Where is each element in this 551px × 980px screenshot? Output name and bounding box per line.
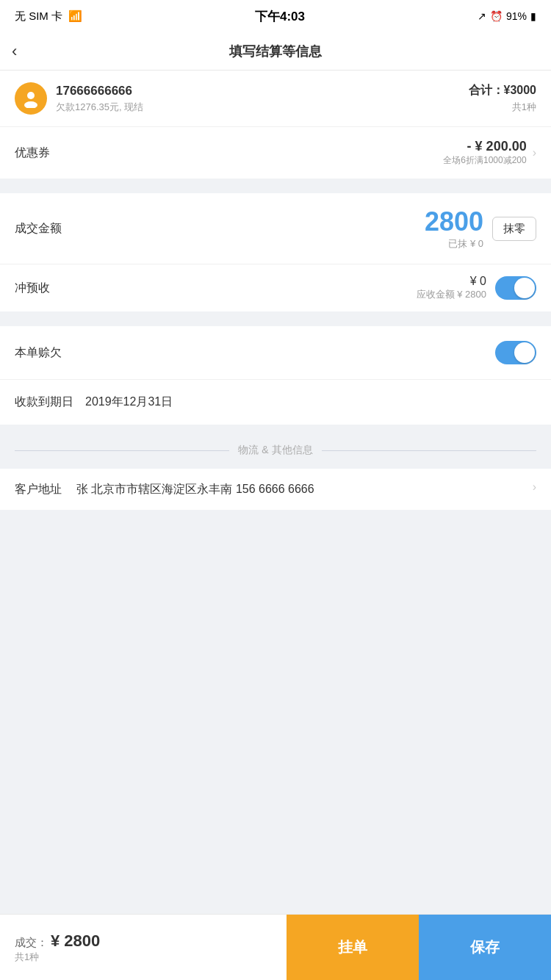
amount-right: 2800 已抹 ¥ 0 抹零 (425, 206, 536, 251)
status-right: ↗ ⏰ 91% ▮ (478, 10, 536, 22)
alarm-icon: ⏰ (490, 10, 503, 22)
wifi-icon: 📶 (68, 10, 82, 23)
toggle-knob (514, 278, 535, 298)
address-chevron-icon: › (533, 480, 536, 494)
save-button[interactable]: 保存 (419, 915, 551, 981)
prepay-label: 冲预收 (15, 281, 50, 296)
prepay-right: ¥ 0 应收金额 ¥ 2800 (417, 275, 536, 301)
address-label: 客户地址 (15, 482, 62, 497)
divider-line-left (15, 450, 229, 451)
coupon-chevron-icon: › (533, 146, 536, 159)
bottom-bar: 成交： ¥ 2800 共1种 挂单 保存 (0, 914, 551, 980)
transaction-label: 成交： (15, 936, 48, 950)
location-icon: ↗ (478, 10, 486, 22)
debt-toggle-knob (514, 342, 535, 363)
coupon-right: - ¥ 200.00 全场6折满1000减200 › (443, 139, 536, 167)
round-button[interactable]: 抹零 (492, 217, 536, 241)
customer-row: 17666666666 欠款1276.35元, 现结 合计：¥3000 共1种 (0, 71, 551, 126)
debt-toggle[interactable] (495, 341, 536, 364)
address-value: 张 北京市市辖区海淀区永丰南 156 6666 6666 (76, 480, 525, 498)
logistics-divider: 物流 & 其他信息 (0, 432, 551, 469)
svg-point-1 (24, 101, 37, 108)
due-date-row: 收款到期日 2019年12月31日 (0, 379, 551, 425)
divider-line-right (322, 450, 536, 451)
amount-label: 成交金额 (15, 221, 62, 237)
amount-value: 2800 (425, 206, 483, 237)
coupon-amount-col: - ¥ 200.00 全场6折满1000减200 (443, 139, 526, 167)
address-card: 客户地址 张 北京市市辖区海淀区永丰南 156 6666 6666 › (0, 469, 551, 510)
section-gap-1 (0, 186, 551, 193)
status-bar: 无 SIM 卡 📶 下午4:03 ↗ ⏰ 91% ▮ (0, 0, 551, 32)
avatar (15, 82, 47, 115)
amount-section: 成交金额 2800 已抹 ¥ 0 抹零 冲预收 ¥ 0 应收金额 ¥ 2800 (0, 193, 551, 311)
bottom-count: 共1种 (15, 951, 272, 964)
prepay-values: ¥ 0 应收金额 ¥ 2800 (417, 275, 486, 301)
debt-label: 本单赊欠 (15, 345, 62, 361)
amount-sub: 已抹 ¥ 0 (425, 237, 483, 251)
due-date-value: 2019年12月31日 (85, 394, 173, 410)
prepay-toggle[interactable] (495, 276, 536, 300)
bottom-summary: 成交： ¥ 2800 共1种 (0, 932, 287, 964)
coupon-row[interactable]: 优惠券 - ¥ 200.00 全场6折满1000减200 › (0, 126, 551, 179)
status-left: 无 SIM 卡 📶 (15, 10, 82, 24)
header: ‹ 填写结算等信息 (0, 32, 551, 71)
customer-count: 共1种 (469, 101, 537, 114)
prepay-amount: ¥ 0 (417, 275, 486, 288)
customer-debt: 欠款1276.35元, 现结 (56, 101, 143, 114)
coupon-value: - ¥ 200.00 (443, 139, 526, 154)
debt-card: 本单赊欠 收款到期日 2019年12月31日 (0, 326, 551, 425)
customer-left: 17666666666 欠款1276.35元, 现结 (15, 82, 143, 115)
prepay-sub: 应收金额 ¥ 2800 (417, 288, 486, 301)
svg-point-0 (27, 92, 35, 99)
content: 17666666666 欠款1276.35元, 现结 合计：¥3000 共1种 … (0, 71, 551, 591)
bottom-amount: ¥ 2800 (51, 932, 100, 951)
amount-row: 成交金额 2800 已抹 ¥ 0 抹零 (0, 193, 551, 264)
logistics-label: 物流 & 其他信息 (238, 444, 312, 457)
battery-label: 91% (506, 10, 527, 22)
customer-card: 17666666666 欠款1276.35元, 现结 合计：¥3000 共1种 … (0, 71, 551, 179)
page-title: 填写结算等信息 (229, 43, 322, 60)
status-time: 下午4:03 (255, 8, 305, 25)
coupon-desc: 全场6折满1000减200 (443, 154, 526, 167)
customer-phone: 17666666666 (56, 84, 143, 98)
due-date-label: 收款到期日 (15, 394, 73, 410)
customer-right: 合计：¥3000 共1种 (469, 83, 537, 114)
amount-col: 2800 已抹 ¥ 0 (425, 206, 483, 251)
address-row[interactable]: 客户地址 张 北京市市辖区海淀区永丰南 156 6666 6666 › (0, 469, 551, 510)
prepay-row: 冲预收 ¥ 0 应收金额 ¥ 2800 (0, 264, 551, 311)
debt-row: 本单赊欠 (0, 326, 551, 379)
customer-total: 合计：¥3000 (469, 83, 537, 98)
customer-info: 17666666666 欠款1276.35元, 现结 (56, 84, 143, 114)
section-gap-2 (0, 311, 551, 319)
coupon-label: 优惠券 (15, 145, 50, 161)
sim-label: 无 SIM 卡 (15, 10, 62, 24)
hang-button[interactable]: 挂单 (287, 915, 419, 981)
battery-icon: ▮ (530, 10, 536, 22)
back-button[interactable]: ‹ (12, 42, 17, 61)
